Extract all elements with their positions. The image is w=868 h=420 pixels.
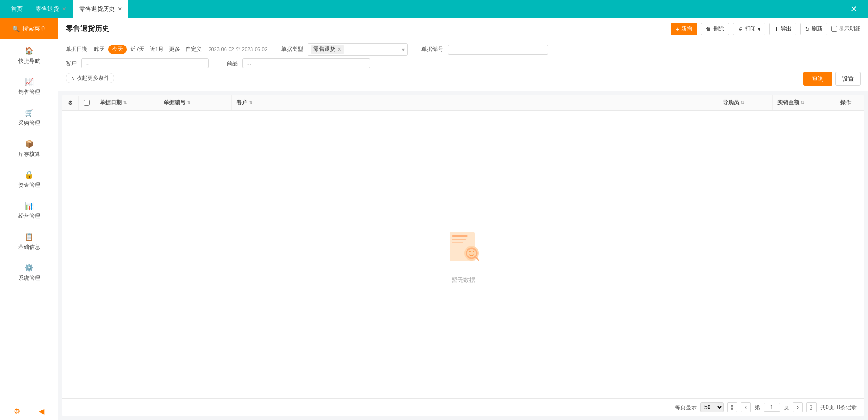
search-icon: 🔍 xyxy=(12,26,20,32)
print-dropdown-icon: ▾ xyxy=(758,26,760,32)
date-filter-label: 单据日期 xyxy=(66,46,87,53)
sidebar: 🔍 搜索菜单 🏠 快捷导航 📈 销售管理 🛒 采购管理 📦 库存核算 🔒 资金管… xyxy=(0,18,58,420)
date-range-display: 2023-06-02 至 2023-06-02 xyxy=(208,46,267,53)
sidebar-item-label-sales: 销售管理 xyxy=(18,88,40,96)
refresh-button[interactable]: ↻ 刷新 xyxy=(800,23,827,35)
th-amount[interactable]: 实销金额 ⇅ xyxy=(773,95,827,110)
prev-page-button[interactable]: ‹ xyxy=(741,402,751,412)
show-detail-checkbox[interactable]: 显示明细 xyxy=(831,25,861,33)
sidebar-item-label-inventory: 库存核算 xyxy=(18,150,40,158)
svg-point-8 xyxy=(473,251,474,252)
pagination: 每页显示 50 100 200 ⟪ ‹ 第 页 › ⟫ 共0页, 0条记录 xyxy=(62,398,864,416)
date-btn-more[interactable]: 更多 xyxy=(167,45,182,54)
per-page-label: 每页显示 xyxy=(675,404,697,411)
per-page-select[interactable]: 50 100 200 xyxy=(700,402,724,412)
inventory-icon: 📦 xyxy=(24,138,34,149)
sidebar-item-home[interactable]: 🏠 快捷导航 xyxy=(0,39,58,70)
page-suffix: 页 xyxy=(784,404,789,411)
th-date[interactable]: 单据日期 ⇅ xyxy=(95,95,159,110)
close-window-button[interactable]: ✕ xyxy=(847,2,861,16)
new-icon: + xyxy=(676,26,679,33)
filter-area: 单据日期 昨天 今天 近7天 近1月 更多 自定义 2023-06-02 至 2… xyxy=(66,40,861,91)
sidebar-item-inventory[interactable]: 📦 库存核算 xyxy=(0,132,58,163)
page-label: 第 xyxy=(755,404,760,411)
date-btn-1month[interactable]: 近1月 xyxy=(148,45,166,54)
collapse-label: 收起更多条件 xyxy=(77,74,109,82)
show-detail-label: 显示明细 xyxy=(839,25,861,33)
goods-filter-label: 商品 xyxy=(227,60,238,67)
th-guide[interactable]: 导购员 ⇅ xyxy=(718,95,773,110)
svg-rect-1 xyxy=(452,235,468,237)
type-select-dropdown-icon: ▾ xyxy=(402,46,405,53)
type-tag-value: 零售退货 ✕ xyxy=(311,45,344,54)
close-tab-retail-return-history[interactable]: ✕ xyxy=(118,6,122,12)
operations-icon: 📊 xyxy=(24,200,34,210)
th-guide-label: 导购员 xyxy=(723,99,739,107)
tab-retail-return-history[interactable]: 零售退货历史 ✕ xyxy=(73,0,128,18)
th-client[interactable]: 客户 ⇅ xyxy=(232,95,718,110)
next-page-button[interactable]: › xyxy=(793,402,803,412)
sidebar-search[interactable]: 🔍 搜索菜单 xyxy=(0,18,58,39)
th-checkbox[interactable] xyxy=(79,96,95,109)
th-voucher-num[interactable]: 单据编号 ⇅ xyxy=(159,95,232,110)
th-num-sort-icon[interactable]: ⇅ xyxy=(187,100,190,105)
delete-button[interactable]: 🗑 删除 xyxy=(701,23,729,35)
sidebar-item-system[interactable]: ⚙️ 系统管理 xyxy=(0,256,58,287)
toolbar: + 新增 🗑 删除 🖨 打印 ▾ ⬆ 导出 ↻ xyxy=(671,23,861,35)
th-date-sort-icon[interactable]: ⇅ xyxy=(123,100,127,105)
print-icon: 🖨 xyxy=(738,26,743,32)
th-guide-sort-icon[interactable]: ⇅ xyxy=(740,100,744,105)
total-info: 共0页, 0条记录 xyxy=(820,404,857,411)
settings-button[interactable]: 设置 xyxy=(835,72,861,86)
sidebar-item-operations[interactable]: 📊 经营管理 xyxy=(0,194,58,225)
settings-bottom-icon[interactable]: ⚙ xyxy=(14,407,20,415)
page-title: 零售退货历史 xyxy=(66,24,109,34)
date-filters: 昨天 今天 近7天 近1月 更多 自定义 xyxy=(92,45,204,54)
new-button[interactable]: + 新增 xyxy=(671,23,697,35)
collapse-filter-button[interactable]: ∧ 收起更多条件 xyxy=(66,73,114,83)
sidebar-item-sales[interactable]: 📈 销售管理 xyxy=(0,70,58,101)
last-page-button[interactable]: ⟫ xyxy=(806,402,817,412)
sidebar-item-finance[interactable]: 🔒 资金管理 xyxy=(0,163,58,194)
date-btn-today[interactable]: 今天 xyxy=(108,45,127,54)
sidebar-item-label-system: 系统管理 xyxy=(18,274,40,282)
export-button[interactable]: ⬆ 导出 xyxy=(769,23,796,35)
print-button[interactable]: 🖨 打印 ▾ xyxy=(733,23,765,35)
show-detail-input[interactable] xyxy=(831,26,837,32)
th-client-label: 客户 xyxy=(236,99,247,107)
date-btn-7days[interactable]: 近7天 xyxy=(128,45,146,54)
filter-row-1: 单据日期 昨天 今天 近7天 近1月 更多 自定义 2023-06-02 至 2… xyxy=(66,43,861,56)
tab-home[interactable]: 首页 xyxy=(5,0,29,18)
first-page-button[interactable]: ⟪ xyxy=(727,402,737,412)
query-button[interactable]: 查询 xyxy=(803,72,832,86)
th-client-sort-icon[interactable]: ⇅ xyxy=(249,100,252,105)
goods-input[interactable] xyxy=(242,58,370,68)
page-header: 零售退货历史 + 新增 🗑 删除 🖨 打印 ▾ ⬆ 导出 xyxy=(58,18,868,91)
select-all-checkbox[interactable] xyxy=(84,100,90,106)
collapse-sidebar-icon[interactable]: ◀ xyxy=(39,407,44,415)
type-tag-remove[interactable]: ✕ xyxy=(337,46,341,52)
th-num-label: 单据编号 xyxy=(164,99,185,107)
date-btn-custom[interactable]: 自定义 xyxy=(184,45,204,54)
sidebar-item-basic-info[interactable]: 📋 基础信息 xyxy=(0,225,58,256)
voucher-number-input[interactable] xyxy=(448,45,548,55)
system-icon: ⚙️ xyxy=(24,262,34,272)
table-settings-icon[interactable]: ⚙ xyxy=(68,100,73,106)
client-input[interactable] xyxy=(81,58,209,68)
close-tab-retail-return[interactable]: ✕ xyxy=(62,6,67,12)
main-layout: 🔍 搜索菜单 🏠 快捷导航 📈 销售管理 🛒 采购管理 📦 库存核算 🔒 资金管… xyxy=(0,18,868,420)
page-title-row: 零售退货历史 + 新增 🗑 删除 🖨 打印 ▾ ⬆ 导出 xyxy=(66,23,861,35)
table-header: ⚙ 单据日期 ⇅ 单据编号 ⇅ 客户 ⇅ 导购员 xyxy=(62,95,864,111)
th-amount-label: 实销金额 xyxy=(777,99,799,107)
sidebar-item-label-home: 快捷导航 xyxy=(18,57,40,65)
basic-info-icon: 📋 xyxy=(24,231,34,241)
th-date-label: 单据日期 xyxy=(100,99,122,107)
date-btn-yesterday[interactable]: 昨天 xyxy=(92,45,107,54)
tab-retail-return[interactable]: 零售退货 ✕ xyxy=(29,0,73,18)
page-number-input[interactable] xyxy=(764,403,780,412)
svg-rect-3 xyxy=(452,242,463,243)
th-settings[interactable]: ⚙ xyxy=(62,96,79,110)
sidebar-item-purchase[interactable]: 🛒 采购管理 xyxy=(0,101,58,132)
th-amount-sort-icon[interactable]: ⇅ xyxy=(801,100,804,105)
type-select[interactable]: 零售退货 ✕ ▾ xyxy=(308,43,408,56)
